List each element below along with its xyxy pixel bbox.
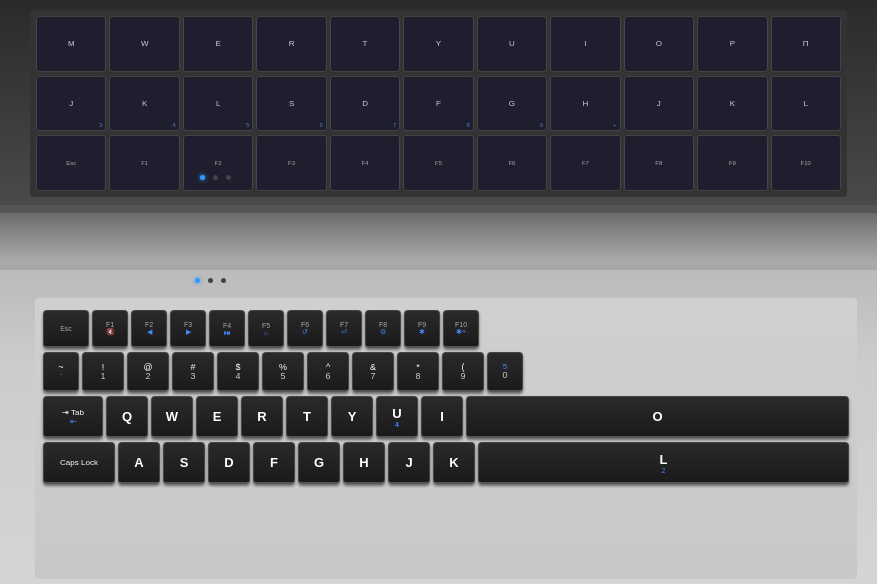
key-q-label: Q bbox=[122, 409, 132, 424]
key-r-label: R bbox=[257, 409, 266, 424]
key-l[interactable]: L 2 bbox=[478, 442, 849, 484]
key-f4[interactable]: F4 ⏭ bbox=[209, 310, 245, 348]
asdf-row: Caps Lock A S D F G H J K L 2 bbox=[43, 442, 849, 484]
key-k[interactable]: K bbox=[433, 442, 475, 484]
key-2[interactable]: @ 2 bbox=[127, 352, 169, 392]
key-1[interactable]: ! 1 bbox=[82, 352, 124, 392]
key-i[interactable]: I bbox=[421, 396, 463, 438]
top-key: F1 bbox=[109, 135, 179, 191]
key-h-label: H bbox=[359, 455, 368, 470]
key-9[interactable]: ( 9 bbox=[442, 352, 484, 392]
top-key: F7 bbox=[550, 135, 620, 191]
f6-icon: ↺ bbox=[302, 328, 308, 336]
top-key: J3 bbox=[36, 76, 106, 132]
key-tab[interactable]: ⇥ Tab ⇤ bbox=[43, 396, 103, 438]
key-f-label: F bbox=[270, 455, 278, 470]
key-d[interactable]: D bbox=[208, 442, 250, 484]
key-s[interactable]: S bbox=[163, 442, 205, 484]
key-q[interactable]: Q bbox=[106, 396, 148, 438]
top-key: G9 bbox=[477, 76, 547, 132]
key-f1[interactable]: F1 🔇 bbox=[92, 310, 128, 348]
key-7-bot: 7 bbox=[370, 372, 375, 381]
f5-icon: ⌕ bbox=[264, 329, 268, 336]
top-key: U bbox=[477, 16, 547, 72]
key-esc[interactable]: Esc bbox=[43, 310, 89, 348]
fn-key-row: Esc F1 🔇 F2 ◀ F3 ▶ F4 bbox=[43, 310, 849, 348]
top-key: K4 bbox=[109, 76, 179, 132]
key-y[interactable]: Y bbox=[331, 396, 373, 438]
scene: M W E R T Y U I O P Π J3 K4 L5 S6 D7 F8 … bbox=[0, 0, 877, 584]
key-e[interactable]: E bbox=[196, 396, 238, 438]
led-power-main bbox=[195, 278, 200, 283]
top-key: L bbox=[771, 76, 841, 132]
f3-icon: ▶ bbox=[186, 328, 191, 336]
f1-icon: 🔇 bbox=[106, 328, 115, 336]
key-o-label: O bbox=[652, 409, 662, 424]
top-keyboard-inner: M W E R T Y U I O P Π J3 K4 L5 S6 D7 F8 … bbox=[30, 10, 847, 197]
tab-label: ⇥ Tab bbox=[62, 408, 84, 417]
key-4[interactable]: $ 4 bbox=[217, 352, 259, 392]
key-u-num: 4 bbox=[395, 421, 399, 428]
main-body-inner: Esc F1 🔇 F2 ◀ F3 ▶ F4 bbox=[0, 270, 877, 584]
key-f3[interactable]: F3 ▶ bbox=[170, 310, 206, 348]
key-8-bot: 8 bbox=[415, 372, 420, 381]
key-y-label: Y bbox=[348, 409, 357, 424]
top-key-row-3: Esc F1 F2 F3 F4 F5 F6 F7 F8 F9 F10 bbox=[36, 135, 841, 191]
key-g[interactable]: G bbox=[298, 442, 340, 484]
key-f5[interactable]: F5 ⌕ bbox=[248, 310, 284, 348]
key-f2[interactable]: F2 ◀ bbox=[131, 310, 167, 348]
key-h[interactable]: H bbox=[343, 442, 385, 484]
key-f8[interactable]: F8 ⚙ bbox=[365, 310, 401, 348]
top-key: R bbox=[256, 16, 326, 72]
key-f9[interactable]: F9 ✱ bbox=[404, 310, 440, 348]
f6-label: F6 bbox=[301, 321, 309, 328]
top-key: F8 bbox=[403, 76, 473, 132]
key-o[interactable]: O bbox=[466, 396, 849, 438]
key-r[interactable]: R bbox=[241, 396, 283, 438]
key-a[interactable]: A bbox=[118, 442, 160, 484]
key-6[interactable]: ^ 6 bbox=[307, 352, 349, 392]
key-3-bot: 3 bbox=[190, 372, 195, 381]
key-f10[interactable]: F10 ✱+ bbox=[443, 310, 479, 348]
key-f7[interactable]: F7 ⏎ bbox=[326, 310, 362, 348]
f4-label: F4 bbox=[223, 322, 231, 329]
key-u[interactable]: U 4 bbox=[376, 396, 418, 438]
top-key: O bbox=[624, 16, 694, 72]
f7-label: F7 bbox=[340, 321, 348, 328]
key-f6[interactable]: F6 ↺ bbox=[287, 310, 323, 348]
led-3-main bbox=[221, 278, 226, 283]
top-key: M bbox=[36, 16, 106, 72]
top-key: F3 bbox=[256, 135, 326, 191]
key-j-label: J bbox=[405, 455, 412, 470]
key-7[interactable]: & 7 bbox=[352, 352, 394, 392]
top-key: P bbox=[697, 16, 767, 72]
top-key: Y bbox=[403, 16, 473, 72]
led-power-top bbox=[200, 175, 205, 180]
top-key-row-1: M W E R T Y U I O P Π bbox=[36, 16, 841, 72]
caps-lock-label: Caps Lock bbox=[60, 458, 98, 467]
f4-icon: ⏭ bbox=[224, 329, 231, 336]
top-key: E bbox=[183, 16, 253, 72]
key-5[interactable]: % 5 bbox=[262, 352, 304, 392]
key-j[interactable]: J bbox=[388, 442, 430, 484]
number-key-row: ~ ` ! 1 @ 2 # 3 bbox=[43, 352, 849, 392]
key-f[interactable]: F bbox=[253, 442, 295, 484]
key-9-bot: 9 bbox=[460, 372, 465, 381]
key-8[interactable]: * 8 bbox=[397, 352, 439, 392]
top-key: K bbox=[697, 76, 767, 132]
top-keyboard: M W E R T Y U I O P Π J3 K4 L5 S6 D7 F8 … bbox=[0, 0, 877, 210]
top-key: W bbox=[109, 16, 179, 72]
top-key: F2 bbox=[183, 135, 253, 191]
tilde-bot: ` bbox=[60, 372, 63, 381]
key-caps-lock[interactable]: Caps Lock bbox=[43, 442, 115, 484]
key-s-label: S bbox=[180, 455, 189, 470]
top-key-row-2: J3 K4 L5 S6 D7 F8 G9 H+ J K L bbox=[36, 76, 841, 132]
key-0[interactable]: 5 0 bbox=[487, 352, 523, 392]
key-t[interactable]: T bbox=[286, 396, 328, 438]
top-key: J bbox=[624, 76, 694, 132]
key-3[interactable]: # 3 bbox=[172, 352, 214, 392]
keyboard-bezel: Esc F1 🔇 F2 ◀ F3 ▶ F4 bbox=[35, 298, 857, 579]
key-w[interactable]: W bbox=[151, 396, 193, 438]
key-g-label: G bbox=[314, 455, 324, 470]
key-tilde[interactable]: ~ ` bbox=[43, 352, 79, 392]
